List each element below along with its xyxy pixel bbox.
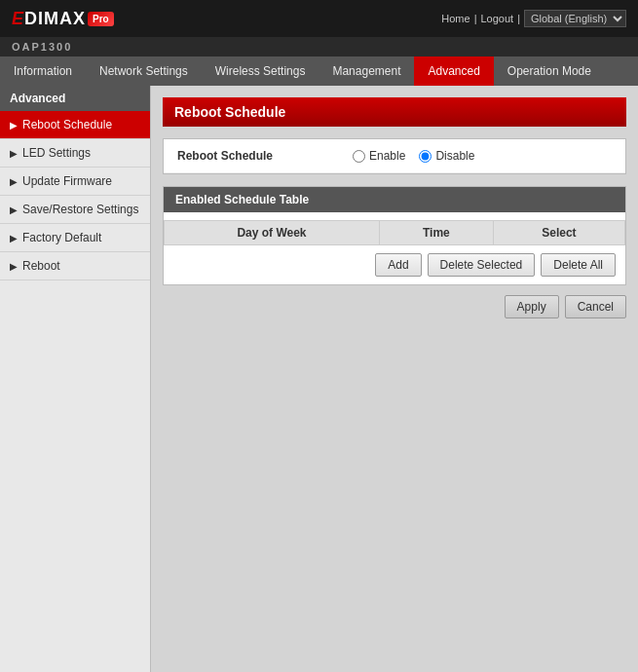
logo-pro-badge: Pro [88, 12, 114, 26]
arrow-icon: ▶ [10, 205, 18, 215]
reboot-schedule-row: Reboot Schedule Enable Disable [164, 139, 625, 173]
sidebar-title: Advanced [0, 86, 150, 111]
col-time: Time [379, 221, 493, 245]
sidebar-item-update-firmware[interactable]: ▶ Update Firmware [0, 168, 150, 196]
page-title: Reboot Schedule [163, 97, 626, 127]
sidebar-label-reboot-schedule: Reboot Schedule [22, 118, 112, 131]
col-select: Select [493, 221, 624, 245]
table-header-row: Day of Week Time Select [165, 221, 625, 245]
sidebar-label-factory-default: Factory Default [22, 231, 101, 244]
sidebar-label-reboot: Reboot [22, 259, 60, 273]
logo-text: EDIMAX [12, 9, 86, 29]
separator2: | [517, 13, 520, 24]
sidebar-item-led-settings[interactable]: ▶ LED Settings [0, 139, 150, 168]
language-select[interactable]: Global (English) [524, 10, 626, 27]
add-button[interactable]: Add [375, 253, 421, 277]
table-actions: Add Delete Selected Delete All [164, 245, 625, 284]
arrow-icon: ▶ [10, 120, 18, 131]
separator1: | [474, 13, 477, 24]
main-layout: Advanced ▶ Reboot Schedule ▶ LED Setting… [0, 86, 638, 672]
nav-item-operation-mode[interactable]: Operation Mode [494, 56, 605, 86]
disable-radio-label[interactable]: Disable [419, 149, 474, 163]
sidebar-item-factory-default[interactable]: ▶ Factory Default [0, 224, 150, 252]
reboot-schedule-controls: Enable Disable [353, 149, 474, 163]
enable-radio[interactable] [353, 150, 365, 163]
logo: EDIMAX Pro [12, 9, 114, 29]
apply-button[interactable]: Apply [505, 295, 559, 318]
enable-radio-label[interactable]: Enable [353, 149, 405, 163]
delete-all-button[interactable]: Delete All [541, 253, 616, 277]
sidebar-item-save-restore[interactable]: ▶ Save/Restore Settings [0, 196, 150, 224]
action-row: Apply Cancel [163, 295, 626, 318]
nav-item-advanced[interactable]: Advanced [414, 56, 493, 86]
header-right: Home | Logout | Global (English) [441, 10, 626, 27]
schedule-table-header: Enabled Schedule Table [164, 187, 625, 212]
home-link[interactable]: Home [441, 13, 469, 24]
reboot-schedule-section: Reboot Schedule Enable Disable [163, 138, 626, 174]
schedule-table: Day of Week Time Select [164, 220, 625, 245]
sidebar: Advanced ▶ Reboot Schedule ▶ LED Setting… [0, 86, 151, 672]
arrow-icon: ▶ [10, 176, 18, 187]
nav-item-management[interactable]: Management [319, 56, 414, 86]
arrow-icon: ▶ [10, 233, 18, 243]
disable-label: Disable [435, 149, 474, 163]
arrow-icon: ▶ [10, 148, 18, 159]
logout-link[interactable]: Logout [480, 13, 513, 24]
sidebar-label-save-restore: Save/Restore Settings [22, 203, 138, 216]
sidebar-label-update-firmware: Update Firmware [22, 174, 112, 188]
cancel-button[interactable]: Cancel [565, 295, 626, 318]
schedule-table-wrapper: Enabled Schedule Table Day of Week Time … [163, 186, 626, 285]
nav-item-wireless-settings[interactable]: Wireless Settings [202, 56, 319, 86]
disable-radio[interactable] [419, 150, 432, 163]
device-model: OAP1300 [12, 41, 72, 53]
reboot-schedule-label: Reboot Schedule [177, 149, 353, 163]
sidebar-item-reboot[interactable]: ▶ Reboot [0, 252, 150, 280]
sidebar-label-led-settings: LED Settings [22, 146, 91, 160]
nav-item-information[interactable]: Information [0, 56, 86, 86]
nav-item-network-settings[interactable]: Network Settings [86, 56, 202, 86]
col-day-of-week: Day of Week [165, 221, 380, 245]
device-bar: OAP1300 [0, 37, 638, 56]
arrow-icon: ▶ [10, 261, 18, 272]
content-area: Reboot Schedule Reboot Schedule Enable D… [151, 86, 638, 672]
sidebar-item-reboot-schedule[interactable]: ▶ Reboot Schedule [0, 111, 150, 139]
enable-label: Enable [369, 149, 405, 163]
nav-bar: Information Network Settings Wireless Se… [0, 56, 638, 86]
header: EDIMAX Pro Home | Logout | Global (Engli… [0, 0, 638, 37]
delete-selected-button[interactable]: Delete Selected [428, 253, 536, 277]
